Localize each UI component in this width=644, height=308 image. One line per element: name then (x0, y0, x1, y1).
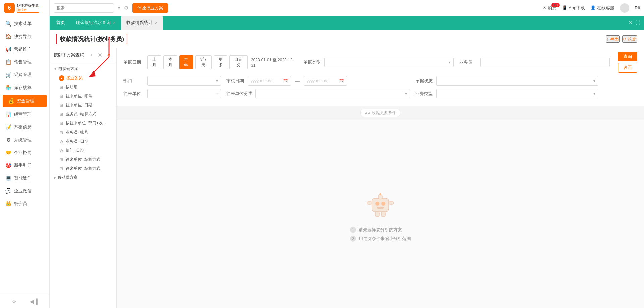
tip-number-2: 2 (350, 236, 356, 242)
sidebar-item-search[interactable]: 🔍 搜索菜单 (0, 17, 49, 30)
wechat-icon: 💬 (5, 188, 11, 194)
tree-group-desktop[interactable]: ▼ 电脑端方案 (50, 64, 116, 73)
svg-rect-7 (367, 202, 372, 204)
search-input[interactable] (54, 3, 114, 13)
left-panel-header: 按以下方案查询 + « (50, 48, 116, 62)
user-avatar[interactable] (620, 3, 629, 13)
tabbar: 首页 现金银行流水查询 ✕ 收款情况统计 ✕ ✕ ⛶ (50, 16, 644, 30)
tip-text-2: 用过滤条件来缩小分析范围 (359, 236, 411, 242)
partner-category-select[interactable]: ▾ (255, 89, 410, 98)
sidebar-item-hardware[interactable]: 💻 智能硬件 (0, 172, 49, 185)
finance-icon: 💰 (8, 98, 14, 104)
collapse-chevron-icon: ∧∧ (365, 111, 371, 115)
user-name: Rit (635, 5, 640, 10)
refresh-button[interactable]: ↺ 刷新 (622, 35, 637, 43)
sidebar-item-basic-info[interactable]: 📝 基础信息 (0, 121, 49, 134)
collab-icon: 🤝 (5, 150, 11, 156)
sidebar-item-quicknav[interactable]: 🏠 快捷导航 (0, 30, 49, 43)
svg-rect-10 (381, 212, 385, 217)
message-button[interactable]: ✉ 消息 99+ (543, 5, 556, 11)
sidebar-item-guide[interactable]: 🎯 新手引导 (0, 159, 49, 172)
sidebar-item-wechat[interactable]: 💬 企业微信 (0, 185, 49, 197)
tree-group-mobile-label: 移动端方案 (58, 175, 78, 181)
doc-status-select[interactable]: ▾ (436, 76, 599, 86)
sidebar-item-sales[interactable]: 📋 销售管理 (0, 56, 49, 68)
tree-item-detail[interactable]: ⊞ 按明细 (50, 83, 116, 92)
close-window-icon[interactable]: ✕ (629, 20, 633, 25)
date-btn-this-year[interactable]: 本年 (179, 55, 194, 69)
tree-item-partner-payment1[interactable]: ⊞ 往来单位+结算方式 (50, 155, 116, 164)
search-icon: 🔍 (5, 21, 11, 27)
tab-cashflow-close[interactable]: ✕ (113, 21, 116, 25)
salesperson-select[interactable]: ··· (480, 58, 610, 67)
tree-item-partner-account[interactable]: ⊟ 往来单位+账号 (50, 92, 116, 101)
scheme-settings-button[interactable] (96, 51, 104, 59)
date-btn-custom[interactable]: 自定义 (229, 55, 248, 69)
online-service-button[interactable]: 👤 在线客服 (590, 5, 614, 11)
tree-item-partner-date[interactable]: ⊟ 往来单位+日期 (50, 101, 116, 110)
trial-button[interactable]: 体验行业方案 (132, 3, 168, 13)
settings-bottom-icon[interactable]: ⚙ (12, 298, 16, 305)
app-download-icon: 📱 (562, 5, 567, 10)
partner-payment2-icon: ⊟ (59, 166, 64, 171)
tab-receivables-close[interactable]: ✕ (155, 21, 158, 25)
partner-more-icon: ··· (215, 91, 218, 96)
export-button[interactable]: ↑ 导出 (606, 35, 620, 43)
partner-select[interactable]: ··· (147, 89, 221, 98)
dept-dropdown-icon: ▾ (216, 79, 218, 83)
maximize-window-icon[interactable]: ⛶ (635, 20, 640, 25)
tree-item-partner-dept[interactable]: ⊟ 按往来单位+部门+收... (50, 119, 116, 128)
collapse-panel-button[interactable]: « (105, 51, 112, 59)
date-btn-last-month[interactable]: 上月 (147, 55, 161, 69)
tree-item-dept-date[interactable]: ⊙ 部门+日期 (50, 146, 116, 155)
query-button[interactable]: 查询 (618, 52, 637, 61)
review-date-group: 审核日期 yyyy-mm-dd 📅 — yyyy-mm-dd 📅 (226, 76, 410, 86)
svg-rect-8 (389, 202, 394, 204)
tab-home[interactable]: 首页 (51, 16, 70, 30)
svg-rect-5 (378, 195, 382, 199)
add-scheme-button[interactable]: + (88, 51, 95, 59)
date-btn-more[interactable]: 更多 (214, 55, 228, 69)
tree-item-by-salesperson[interactable]: ● 按业务员 (50, 73, 116, 83)
date-btn-7days[interactable]: 近7天 (195, 55, 211, 69)
topbar-gear-icon[interactable]: ⚙ (124, 5, 128, 11)
action-buttons: 查询 设置 (618, 52, 637, 73)
sidebar-item-member[interactable]: 👑 畅会员 (0, 197, 49, 210)
collapse-conditions-button[interactable]: ∧∧ 收起更多条件 (360, 109, 400, 117)
topbar-dropdown-icon[interactable]: ▾ (118, 6, 120, 10)
guide-icon: 🎯 (5, 162, 11, 168)
tree-group-mobile[interactable]: ▶ 移动端方案 (50, 173, 116, 182)
edition-badge: 标准版 (17, 8, 39, 13)
sidebar-bottom: ⚙ ◀▐ (0, 295, 49, 308)
svg-rect-2 (375, 202, 379, 206)
tree-item-salesperson-date[interactable]: ⊙ 业务员+日期 (50, 137, 116, 146)
tab-receivables[interactable]: 收款情况统计 ✕ (121, 16, 163, 30)
sidebar-item-marketing[interactable]: 📢 营销推广 (0, 43, 49, 56)
salesperson-date-icon: ⊙ (59, 139, 64, 144)
doctype-select[interactable]: ▾ (324, 58, 454, 67)
biz-type-select[interactable]: ▾ (436, 89, 599, 98)
tree-item-salesperson-account[interactable]: ⊟ 业务员+账号 (50, 128, 116, 137)
tab-cashflow[interactable]: 现金银行流水查询 ✕ (70, 16, 121, 30)
sidebar-item-collab[interactable]: 🤝 企业协同 (0, 146, 49, 159)
system-icon: ⚙ (5, 137, 11, 143)
setting-button[interactable]: 设置 (618, 63, 637, 73)
doc-status-group: 单据状态 ▾ (415, 76, 599, 86)
sidebar-item-operations[interactable]: 📊 经营管理 (0, 108, 49, 121)
app-download-button[interactable]: 📱 App下载 (562, 5, 585, 11)
partner-dept-icon: ⊟ (59, 121, 64, 126)
sidebar-item-finance[interactable]: 💰 资金管理 (3, 95, 47, 107)
review-date-end[interactable]: yyyy-mm-dd 📅 (304, 76, 347, 86)
tree-item-salesperson-payment[interactable]: ⊞ 业务员+结算方式 (50, 110, 116, 119)
dept-select[interactable]: ▾ (147, 76, 221, 86)
sidebar-item-inventory[interactable]: 🏪 库存核算 (0, 81, 49, 94)
sidebar-item-system[interactable]: ⚙ 系统管理 (0, 134, 49, 146)
svg-rect-9 (375, 212, 379, 217)
date-btn-this-month[interactable]: 本月 (163, 55, 177, 69)
collapse-sidebar-icon[interactable]: ◀▐ (30, 298, 37, 305)
logo-icon: 6 (4, 3, 15, 13)
review-date-start[interactable]: yyyy-mm-dd 📅 (248, 76, 291, 86)
tree-item-partner-payment2[interactable]: ⊟ 往来单位+结算方式 (50, 164, 116, 173)
sidebar-item-purchase[interactable]: 🛒 采购管理 (0, 68, 49, 81)
tree-section: ▼ 电脑端方案 ● 按业务员 ⊞ 按明细 ⊟ 往来单位+账号 (50, 62, 116, 184)
